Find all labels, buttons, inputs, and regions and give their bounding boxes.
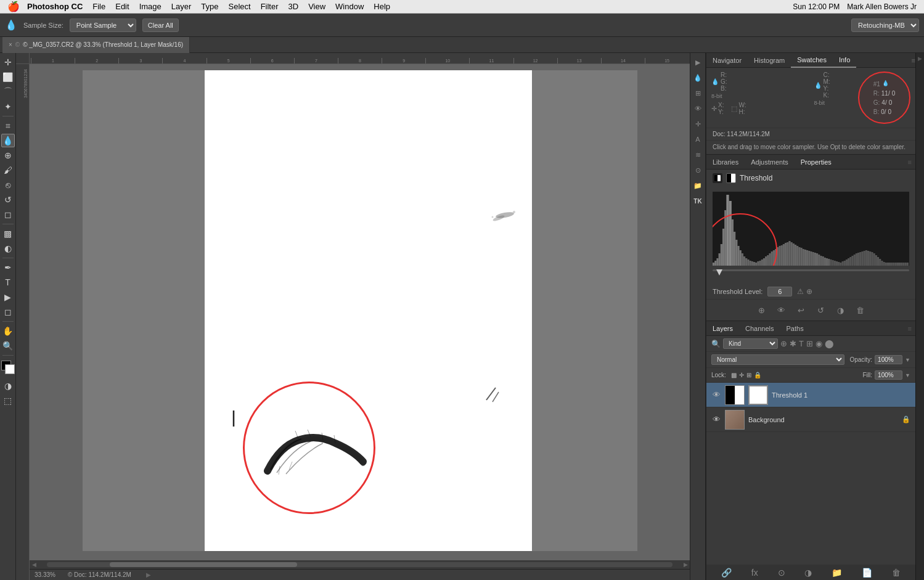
zoom-tool[interactable]: 🔍 — [1, 339, 15, 353]
tab-close-icon[interactable]: × — [9, 41, 12, 48]
play-icon[interactable]: ▶ — [691, 55, 705, 69]
workspace-select[interactable]: Retouching-MB — [851, 18, 919, 32]
clone-tool[interactable]: ⎋ — [1, 178, 15, 192]
tab-navigator[interactable]: Navigator — [706, 53, 748, 68]
text-icon-panel[interactable]: A — [691, 133, 705, 146]
dodge-tool[interactable]: ◐ — [1, 242, 15, 255]
eyedropper-mini-icon[interactable]: 💧 — [691, 71, 705, 84]
menu-select[interactable]: Select — [228, 2, 250, 11]
shape-tool[interactable]: ◻ — [1, 305, 15, 319]
tab-adjustments[interactable]: Adjustments — [745, 155, 795, 170]
menu-help[interactable]: Help — [374, 2, 390, 11]
tab-layers[interactable]: Layers — [706, 321, 739, 336]
move-tool[interactable]: ✛ — [1, 55, 15, 69]
adj-icon-visibility[interactable]: ◑ — [834, 303, 848, 317]
lock-all-icon[interactable]: 🔒 — [754, 372, 761, 378]
camera-icon-panel[interactable]: ⊙ — [691, 163, 705, 177]
horizontal-scrollbar[interactable]: ◀ ▶ — [30, 560, 690, 569]
spot-heal-tool[interactable]: ⊕ — [1, 149, 15, 162]
scroll-thumb-h[interactable] — [110, 562, 298, 567]
tab-libraries[interactable]: Libraries — [706, 155, 745, 170]
plus-icon-panel[interactable]: ✛ — [691, 117, 705, 131]
lock-checkerboard-icon[interactable]: ▩ — [731, 372, 737, 378]
eraser-tool[interactable]: ◻ — [1, 208, 15, 221]
menu-view[interactable]: View — [308, 2, 325, 11]
adj-icon-clip[interactable]: ⊕ — [755, 303, 769, 317]
quick-mask-tool[interactable]: ◑ — [1, 379, 15, 393]
tab-properties[interactable]: Properties — [795, 155, 838, 170]
filter-icon-3[interactable]: T — [799, 339, 804, 348]
lock-artboard-icon[interactable]: ⊞ — [746, 372, 751, 378]
tab-info[interactable]: Info — [833, 53, 856, 68]
menu-layer[interactable]: Layer — [171, 2, 192, 11]
apple-menu[interactable]: 🍎 — [7, 1, 20, 12]
filter-icon-4[interactable]: ⊞ — [806, 339, 813, 348]
menu-filter[interactable]: Filter — [261, 2, 279, 11]
clear-all-button[interactable]: Clear All — [142, 18, 179, 32]
gradient-tool[interactable]: ▩ — [1, 227, 15, 240]
blend-mode-select[interactable]: Normal Dissolve Multiply Screen Overlay — [711, 354, 844, 365]
adj-icon-delete[interactable]: 🗑 — [854, 303, 867, 317]
adjustment-layer-icon[interactable]: ◑ — [804, 568, 812, 578]
menu-edit[interactable]: Edit — [115, 2, 129, 11]
brush-tool[interactable]: 🖌 — [1, 163, 15, 177]
status-arrow[interactable]: ▶ — [146, 571, 151, 578]
type-tool[interactable]: T — [1, 276, 15, 289]
eye-icon-panel[interactable]: 👁 — [691, 102, 705, 115]
filter-icon-5[interactable]: ◉ — [816, 339, 822, 348]
adj-icon-eye[interactable]: 👁 — [775, 303, 788, 317]
eyedropper-tool active[interactable]: 💧 — [1, 134, 15, 147]
opacity-input[interactable] — [875, 355, 902, 364]
delete-layer-icon[interactable]: 🗑 — [892, 568, 901, 578]
menu-3d[interactable]: 3D — [288, 2, 299, 11]
new-layer-icon[interactable]: 📄 — [862, 568, 872, 578]
layer-mask-icon[interactable]: ⊙ — [778, 568, 785, 578]
scroll-left-arrow[interactable]: ◀ — [30, 560, 38, 569]
menu-type[interactable]: Type — [201, 2, 218, 11]
menu-window[interactable]: Window — [335, 2, 364, 11]
adj-icon-reset[interactable]: ↺ — [814, 303, 828, 317]
screen-mode-tool[interactable]: ⬚ — [1, 394, 15, 407]
layer-item-threshold[interactable]: 👁 Threshold 1 — [706, 383, 915, 407]
adj-panel-menu-icon[interactable]: ≡ — [904, 158, 915, 166]
hand-tool[interactable]: ✋ — [1, 324, 15, 338]
filter-icon-panel[interactable]: ≋ — [691, 148, 705, 161]
tk-label[interactable]: TK — [691, 194, 705, 208]
layers-panel-menu[interactable]: ≡ — [904, 325, 915, 332]
new-group-icon[interactable]: 📁 — [832, 568, 842, 578]
pen-tool[interactable]: ✒ — [1, 261, 15, 274]
document-tab[interactable]: × © © _MG_0357.CR2 @ 33.3% (Threshold 1,… — [2, 37, 190, 53]
sample-size-select[interactable]: Point Sample 3 by 3 Average 5 by 5 Avera… — [70, 18, 136, 32]
filter-icon-6[interactable]: ⬤ — [825, 339, 834, 348]
adj-icon-back[interactable]: ↩ — [795, 303, 808, 317]
tab-histogram[interactable]: Histogram — [748, 53, 791, 68]
link-layers-icon[interactable]: 🔗 — [721, 568, 732, 578]
layer-eye-threshold[interactable]: 👁 — [711, 390, 721, 399]
fg-bg-colors[interactable] — [1, 361, 15, 374]
threshold-slider-container[interactable] — [713, 269, 909, 279]
scroll-track-h[interactable] — [47, 562, 673, 567]
marquee-tool[interactable]: ⬜ — [1, 70, 15, 84]
panel-options-icon[interactable]: ≡ — [907, 57, 915, 64]
scroll-right-arrow[interactable]: ▶ — [681, 560, 690, 569]
filter-icon-2[interactable]: ✱ — [790, 339, 796, 348]
app-name[interactable]: Photoshop CC — [27, 2, 83, 11]
filter-icon-1[interactable]: ⊕ — [780, 339, 787, 348]
fill-input[interactable] — [875, 370, 902, 380]
lasso-tool[interactable]: ⌒ — [1, 85, 15, 99]
grid-icon[interactable]: ⊞ — [691, 86, 705, 100]
background-color[interactable] — [5, 364, 15, 374]
layer-eye-background[interactable]: 👁 — [711, 415, 721, 424]
right-panel-collapse[interactable]: ▶ — [915, 53, 924, 580]
menu-file[interactable]: File — [92, 2, 105, 11]
lock-move-icon[interactable]: ✛ — [739, 372, 744, 378]
crop-tool[interactable]: ⌗ — [1, 119, 15, 133]
fill-chevron[interactable]: ▼ — [905, 372, 910, 378]
opacity-chevron[interactable]: ▼ — [905, 357, 910, 363]
layer-item-background[interactable]: 👁 Background 🔒 — [706, 407, 915, 432]
history-brush-tool[interactable]: ↺ — [1, 193, 15, 206]
menu-image[interactable]: Image — [139, 2, 161, 11]
layer-style-icon[interactable]: fx — [751, 568, 758, 578]
folder-icon-panel[interactable]: 📁 — [691, 179, 705, 192]
tab-channels[interactable]: Channels — [739, 321, 780, 336]
